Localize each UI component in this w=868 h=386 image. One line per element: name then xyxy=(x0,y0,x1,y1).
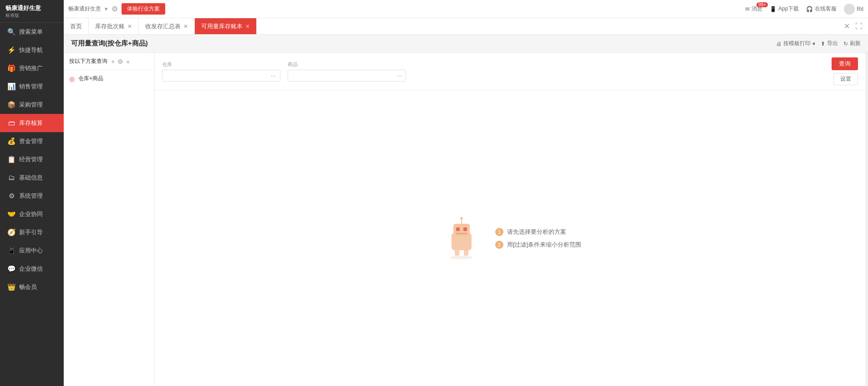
message-button[interactable]: ✉ 消息 99+ xyxy=(745,5,762,13)
tab-batch-label: 库存批次账 xyxy=(95,22,125,31)
tip-num-1: 1 xyxy=(495,228,503,236)
sidebar-item-finance[interactable]: 💰 资金管理 xyxy=(0,132,64,150)
query-bar: 仓库 ··· 商品 ··· 查询 设置 xyxy=(155,53,865,90)
svg-rect-2 xyxy=(456,227,460,231)
refresh-label: 刷新 xyxy=(850,40,861,47)
sidebar-item-basic[interactable]: 🗂 基础信息 xyxy=(0,169,64,187)
svg-rect-7 xyxy=(455,249,459,256)
sidebar-item-system[interactable]: ⚙ 系统管理 xyxy=(0,187,64,205)
tab-home[interactable]: 首页 xyxy=(64,18,89,35)
svg-rect-4 xyxy=(456,233,467,234)
print-dropdown-icon[interactable]: ▾ xyxy=(812,41,815,47)
page-header: 可用量查询(按仓库+商品) 🖨 按模板打印 ▾ ⬆ 导出 ↻ 刷新 xyxy=(64,35,868,53)
chart-icon: 📊 xyxy=(7,82,15,91)
tab-summary-label: 收发存汇总表 xyxy=(145,22,181,31)
sidebar-item-sales[interactable]: 📊 销售管理 xyxy=(0,77,64,96)
user-menu-button[interactable]: Rit xyxy=(844,4,863,15)
headset-icon: 🎧 xyxy=(806,6,813,12)
sidebar-nav: 🔍 搜索菜单 ⚡ 快捷导航 🎁 营销推广 📊 销售管理 📦 采购管理 🗃 库存核… xyxy=(0,23,64,386)
sidebar: 畅康通好生意 标准版 🔍 搜索菜单 ⚡ 快捷导航 🎁 营销推广 📊 销售管理 📦… xyxy=(0,0,64,386)
sidebar-item-wechat[interactable]: 💬 企业微信 xyxy=(0,260,64,278)
print-icon: 🖨 xyxy=(776,41,782,47)
tab-summary-close[interactable]: ✕ xyxy=(183,23,188,30)
filter-header: 按以下方案查询 + ⚙ « xyxy=(64,53,154,70)
sidebar-item-operation[interactable]: 📋 经营管理 xyxy=(0,150,64,169)
sidebar-item-guide[interactable]: 🧭 新手引导 xyxy=(0,223,64,242)
app-version: 标准版 xyxy=(5,12,58,19)
tip-text-1: 请先选择要分析的方案 xyxy=(507,228,566,236)
sidebar-item-label: 应用中心 xyxy=(19,247,43,255)
goods-input[interactable]: ··· xyxy=(288,70,406,82)
export-icon: ⬆ xyxy=(821,41,825,47)
filter-item-warehouse-goods[interactable]: ◎ 仓库+商品 xyxy=(64,70,154,87)
username-label: Rit xyxy=(857,6,863,12)
avatar xyxy=(844,4,855,15)
refresh-button[interactable]: ↻ 刷新 xyxy=(843,40,861,47)
warehouse-input[interactable]: ··· xyxy=(162,70,280,82)
search-icon: 🔍 xyxy=(7,28,15,36)
industry-solution-button[interactable]: 体验行业方案 xyxy=(122,3,165,15)
tabs-bar: 首页 库存批次账 ✕ 收发存汇总表 ✕ 可用量库存账本 ✕ ✕ ⛶ xyxy=(64,18,868,35)
compass-icon: 🧭 xyxy=(7,228,15,237)
sidebar-item-search[interactable]: 🔍 搜索菜单 xyxy=(0,23,64,41)
message-icon: ✉ xyxy=(745,6,750,12)
tab-batch-close[interactable]: ✕ xyxy=(127,23,132,30)
main-content: 仓库 ··· 商品 ··· 查询 设置 xyxy=(155,53,865,386)
export-button[interactable]: ⬆ 导出 xyxy=(821,40,838,47)
topbar-right: ✉ 消息 99+ 📱 App下载 🎧 在线客服 Rit xyxy=(745,4,863,15)
sidebar-item-label: 企业微信 xyxy=(19,265,43,273)
tab-close-icon[interactable]: ✕ xyxy=(842,20,852,32)
svg-rect-8 xyxy=(464,249,468,256)
sidebar-item-vip[interactable]: 👑 畅会员 xyxy=(0,278,64,296)
query-actions: 查询 设置 xyxy=(832,57,858,85)
tab-summary[interactable]: 收发存汇总表 ✕ xyxy=(139,18,195,35)
filter-add-button[interactable]: + xyxy=(111,58,115,65)
filter-item-label: 仓库+商品 xyxy=(78,75,103,82)
clipboard-icon: 📋 xyxy=(7,155,15,164)
message-badge: 99+ xyxy=(756,2,768,7)
tab-available-close[interactable]: ✕ xyxy=(245,23,250,30)
sidebar-item-label: 资金管理 xyxy=(19,137,43,145)
sidebar-item-label: 搜索菜单 xyxy=(19,28,43,36)
empty-tip-2: 2 用[过滤]条件来缩小分析范围 xyxy=(495,241,581,249)
print-button[interactable]: 🖨 按模板打印 ▾ xyxy=(776,40,815,47)
svg-point-9 xyxy=(450,256,473,259)
app-download-button[interactable]: 📱 App下载 xyxy=(770,5,799,13)
topbar-settings-icon[interactable]: ⚙ xyxy=(112,5,118,13)
empty-state-content: 1 请先选择要分析的方案 2 用[过滤]条件来缩小分析范围 xyxy=(439,216,581,261)
sidebar-item-purchase[interactable]: 📦 采购管理 xyxy=(0,96,64,114)
empty-tip-1: 1 请先选择要分析的方案 xyxy=(495,228,581,236)
filter-settings-button[interactable]: ⚙ xyxy=(117,58,123,65)
sidebar-item-label: 采购管理 xyxy=(19,101,43,109)
resize-handle[interactable] xyxy=(865,53,868,386)
goods-more-icon[interactable]: ··· xyxy=(396,72,402,79)
query-button[interactable]: 查询 xyxy=(832,57,858,70)
warehouse-more-icon[interactable]: ··· xyxy=(271,72,276,79)
money-icon: 💰 xyxy=(7,137,15,145)
sidebar-item-appcenter[interactable]: 📱 应用中心 xyxy=(0,242,64,260)
gear-icon: ⚙ xyxy=(7,192,15,200)
sidebar-item-label: 基础信息 xyxy=(19,174,43,182)
refresh-icon: ↻ xyxy=(843,41,848,47)
filter-panel: 按以下方案查询 + ⚙ « ◎ 仓库+商品 xyxy=(64,53,155,386)
tab-available[interactable]: 可用量库存账本 ✕ xyxy=(195,18,257,35)
tab-expand-icon[interactable]: ⛶ xyxy=(853,21,864,32)
sidebar-item-enterprise[interactable]: 🤝 企业协同 xyxy=(0,205,64,223)
tab-batch[interactable]: 库存批次账 ✕ xyxy=(89,18,139,35)
breadcrumb-item-1: 畅康通好生意 xyxy=(68,5,101,13)
breadcrumb: 畅康通好生意 xyxy=(68,5,101,13)
tip-text-2: 用[过滤]条件来缩小分析范围 xyxy=(507,241,581,249)
sidebar-item-shortcut[interactable]: ⚡ 快捷导航 xyxy=(0,41,64,59)
breadcrumb-dropdown-icon[interactable]: ▾ xyxy=(105,5,108,12)
empty-tips: 1 请先选择要分析的方案 2 用[过滤]条件来缩小分析范围 xyxy=(495,228,581,249)
online-service-button[interactable]: 🎧 在线客服 xyxy=(806,5,837,13)
settings-button[interactable]: 设置 xyxy=(833,73,858,85)
sidebar-item-marketing[interactable]: 🎁 营销推广 xyxy=(0,59,64,77)
page-header-actions: 🖨 按模板打印 ▾ ⬆ 导出 ↻ 刷新 xyxy=(776,40,861,47)
chat-icon: 💬 xyxy=(7,265,15,273)
sidebar-item-label: 快捷导航 xyxy=(19,46,43,54)
sidebar-item-inventory[interactable]: 🗃 库存核算 xyxy=(0,114,64,132)
app-download-label: App下载 xyxy=(778,5,799,13)
filter-collapse-button[interactable]: « xyxy=(126,58,130,65)
tab-available-label: 可用量库存账本 xyxy=(201,22,243,31)
